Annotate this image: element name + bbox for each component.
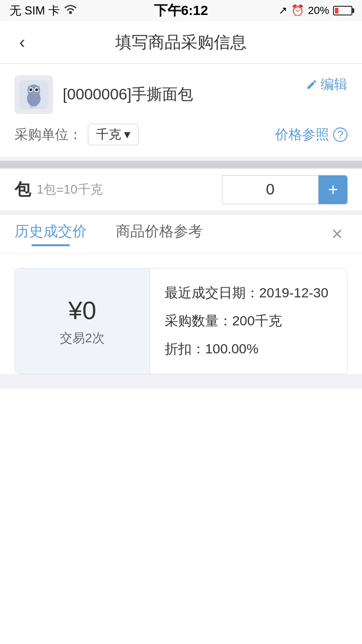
tab-section: 历史成交价 商品价格参考 × ¥0 交易2次 最近成交日期：2019-12-30…	[0, 215, 362, 374]
tab-history-underline	[31, 244, 70, 246]
history-card: ¥0 交易2次 最近成交日期：2019-12-30 采购数量：200千克 折扣：…	[14, 268, 348, 374]
purchase-qty-label: 采购数量：	[165, 313, 232, 328]
discount-label: 折扣：	[165, 341, 205, 356]
product-name: [0000006]手撕面包	[63, 84, 193, 105]
currency-symbol: ¥	[69, 296, 83, 324]
quantity-plus-button[interactable]: +	[319, 175, 348, 204]
quantity-value: 0	[266, 181, 275, 198]
tab-header: 历史成交价 商品价格参考 ×	[0, 215, 362, 253]
price-amount: 0	[83, 296, 97, 324]
back-button[interactable]: ‹	[14, 28, 30, 57]
quantity-controls: 0 +	[222, 175, 348, 204]
price-ref-label: 价格参照	[275, 126, 329, 144]
status-bar: 无 SIM 卡 下午6:12 ↗ ⏰ 20%	[0, 0, 362, 21]
edit-button[interactable]: 编辑	[306, 75, 348, 94]
discount-row: 折扣：100.00%	[165, 339, 333, 359]
history-detail-side: 最近成交日期：2019-12-30 采购数量：200千克 折扣：100.00%	[150, 268, 347, 374]
product-top: 数计 [0000006]手撕面包 编辑	[14, 75, 348, 114]
unit-value: 千克	[96, 126, 121, 143]
location-icon: ↗	[278, 4, 287, 17]
svg-point-0	[69, 11, 72, 14]
tab-history-label: 历史成交价	[14, 222, 87, 241]
purchase-qty-row: 采购数量：200千克	[165, 311, 333, 331]
price-ref-button[interactable]: 价格参照 ?	[275, 126, 348, 144]
product-logo-icon: 数计	[19, 80, 48, 109]
edit-label: 编辑	[320, 75, 348, 94]
help-icon: ?	[333, 127, 348, 142]
wifi-icon	[64, 4, 77, 17]
purchase-qty-value: 200千克	[232, 313, 282, 328]
main-background	[0, 389, 362, 644]
edit-icon	[306, 79, 318, 90]
quantity-row: 包 1包=10千克 0 +	[0, 168, 362, 211]
recent-date-row: 最近成交日期：2019-12-30	[165, 283, 333, 303]
recent-date-label: 最近成交日期：	[165, 285, 259, 300]
tab-product-underline	[140, 244, 179, 246]
product-image: 数计	[14, 75, 53, 114]
unit-row: 采购单位： 千克 ▾	[14, 124, 139, 145]
history-price-side: ¥0 交易2次	[15, 268, 150, 374]
product-bottom: 采购单位： 千克 ▾ 价格参照 ?	[14, 124, 348, 145]
tab-close-button[interactable]: ×	[327, 218, 348, 250]
dropdown-icon: ▾	[124, 127, 130, 142]
qty-unit-name: 包	[14, 179, 31, 201]
tab-product-price[interactable]: 商品价格参考	[116, 215, 203, 253]
tab-product-label: 商品价格参考	[116, 222, 203, 241]
status-left: 无 SIM 卡	[10, 3, 77, 18]
product-left: 数计 [0000006]手撕面包	[14, 75, 193, 114]
battery-percent: 20%	[308, 4, 329, 17]
separator-bar	[0, 161, 362, 168]
tab-history-price[interactable]: 历史成交价	[14, 215, 87, 253]
trade-count: 交易2次	[60, 330, 104, 347]
unit-label: 采购单位：	[14, 126, 82, 144]
svg-text:数计: 数计	[30, 104, 38, 108]
qty-conversion: 1包=10千克	[37, 181, 103, 198]
unit-select[interactable]: 千克 ▾	[88, 124, 139, 145]
discount-value: 100.00%	[205, 341, 259, 356]
quantity-input[interactable]: 0	[222, 175, 319, 204]
price-display: ¥0	[69, 296, 97, 325]
nav-bar: ‹ 填写商品采购信息	[0, 21, 362, 64]
page-title: 填写商品采购信息	[115, 31, 247, 54]
tab-items: 历史成交价 商品价格参考	[14, 215, 203, 253]
battery-icon	[333, 6, 352, 15]
status-time: 下午6:12	[154, 1, 208, 20]
status-right: ↗ ⏰ 20%	[278, 4, 352, 17]
quantity-label: 包 1包=10千克	[14, 179, 103, 201]
recent-date-value: 2019-12-30	[259, 285, 328, 300]
alarm-icon: ⏰	[291, 4, 304, 17]
carrier-text: 无 SIM 卡	[10, 3, 60, 18]
product-card: 数计 [0000006]手撕面包 编辑 采购单位： 千克 ▾ 价格参照 ?	[0, 64, 362, 157]
